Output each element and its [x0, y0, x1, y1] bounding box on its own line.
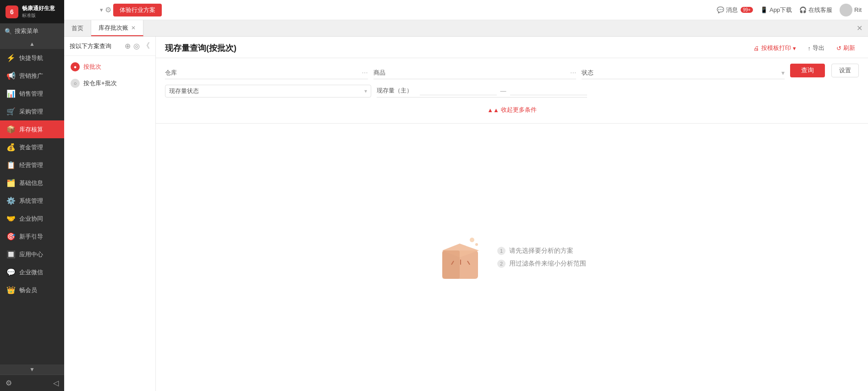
- scheme-collapse-icon[interactable]: 《: [143, 41, 150, 51]
- new-guide-icon: 🎯: [6, 232, 16, 241]
- sidebar-item-purchase[interactable]: 🛒 采购管理: [0, 103, 64, 120]
- content-area: 按以下方案查询 ⊕ ◎ 《 ● 按批次 ○ 按: [64, 37, 868, 391]
- messages-button[interactable]: 💬 消息 99+: [717, 6, 753, 14]
- sidebar-item-app-center[interactable]: 🔲 应用中心: [0, 245, 64, 263]
- sidebar-item-sales[interactable]: 📊 销售管理: [0, 85, 64, 103]
- sidebar-item-label: 资金管理: [19, 143, 43, 152]
- breadcrumb-chevron-icon[interactable]: ▾: [100, 6, 103, 13]
- scheme-list: ● 按批次 ○ 按仓库+批次: [64, 56, 155, 94]
- tab-inventory-batch-label: 库存批次账: [99, 24, 128, 32]
- sidebar-item-label: 系统管理: [19, 197, 43, 205]
- sidebar-item-label: 畅会员: [19, 286, 37, 294]
- warehouse-input[interactable]: [187, 70, 360, 76]
- export-button[interactable]: ↑ 导出: [804, 42, 829, 54]
- collapse-more-button[interactable]: ▲▲ 收起更多条件: [165, 102, 859, 118]
- inventory-qty-max-input[interactable]: [510, 86, 587, 95]
- tabbar: 首页 库存批次账 ✕ ✕: [64, 20, 868, 37]
- empty-svg: [438, 234, 483, 285]
- headset-icon: 🎧: [799, 6, 807, 13]
- sidebar-item-operations[interactable]: 📋 经营管理: [0, 156, 64, 174]
- marketing-icon: 📢: [6, 71, 16, 80]
- product-dots[interactable]: ···: [570, 69, 576, 77]
- sidebar-logo: 6: [5, 5, 18, 18]
- add-scheme-icon[interactable]: ⊕: [125, 42, 131, 50]
- enterprise-collab-icon: 🤝: [6, 214, 16, 223]
- main-area: ▾ ⚙ 体验行业方案 💬 消息 99+ 📱 App下载 🎧 在线客服 Rit: [64, 0, 868, 391]
- sidebar-item-finance[interactable]: 💰 资金管理: [0, 138, 64, 156]
- tab-inventory-batch[interactable]: 库存批次账 ✕: [91, 20, 143, 36]
- sidebar-item-enterprise-wechat[interactable]: 💬 企业微信: [0, 263, 64, 281]
- sidebar-item-label: 企业协同: [19, 215, 43, 223]
- enterprise-wechat-icon: 💬: [6, 268, 16, 277]
- inventory-status-filter[interactable]: 现存量状态 ▾: [165, 85, 371, 98]
- print-btn-label: 按模板打印: [761, 44, 791, 52]
- scheme-settings-icon[interactable]: ◎: [133, 42, 140, 50]
- empty-text-area: 1 请先选择要分析的方案 2 用过滤条件来缩小分析范围: [497, 247, 586, 268]
- scheme-panel-header: 按以下方案查询 ⊕ ◎ 《: [64, 37, 155, 56]
- filter-area: 仓库 ··· 商品 ···: [156, 58, 868, 124]
- sidebar-item-member[interactable]: 👑 畅会员: [0, 281, 64, 299]
- sidebar-item-quick-nav[interactable]: ⚡ 快捷导航: [0, 49, 64, 67]
- sidebar: 6 畅康通好生意 标准版 🔍 搜索菜单 ▲ ⚡ 快捷导航 📢 营销推广 📊 销售…: [0, 0, 64, 391]
- inventory-status-arrow-icon: ▾: [364, 88, 367, 94]
- tabbar-close-all-button[interactable]: ✕: [851, 24, 868, 33]
- status-dropdown-icon[interactable]: ▾: [781, 69, 785, 76]
- sidebar-search[interactable]: 🔍 搜索菜单: [0, 23, 64, 39]
- member-icon: 👑: [6, 286, 16, 294]
- basic-icon: 🗂️: [6, 179, 16, 187]
- sidebar-item-new-guide[interactable]: 🎯 新手引导: [0, 228, 64, 245]
- topbar-settings-icon[interactable]: ⚙: [105, 5, 111, 14]
- empty-hint-1-text: 请先选择要分析的方案: [509, 247, 573, 255]
- sidebar-item-marketing[interactable]: 📢 营销推广: [0, 67, 64, 85]
- sidebar-item-basic[interactable]: 🗂️ 基础信息: [0, 174, 64, 192]
- sidebar-company: 畅康通好生意: [22, 5, 55, 12]
- app-download-button[interactable]: 📱 App下载: [760, 6, 792, 14]
- quick-nav-icon: ⚡: [6, 54, 16, 62]
- phone-icon: 📱: [760, 6, 768, 13]
- sidebar-scroll-up[interactable]: ▲: [0, 39, 64, 49]
- sidebar-scroll-down[interactable]: ▼: [0, 364, 64, 375]
- tab-home-label: 首页: [71, 24, 83, 33]
- warehouse-filter-field: 仓库 ···: [165, 69, 368, 79]
- tab-home[interactable]: 首页: [64, 20, 91, 36]
- svg-rect-2: [442, 250, 460, 279]
- empty-hint-2: 2 用过滤条件来缩小分析范围: [497, 260, 586, 268]
- status-input[interactable]: [604, 70, 780, 76]
- page-header-actions: 🖨 按模板打印 ▾ ↑ 导出 ↺ 刷新: [750, 42, 859, 54]
- tab-close-icon[interactable]: ✕: [131, 25, 136, 31]
- sidebar-item-enterprise-collab[interactable]: 🤝 企业协同: [0, 210, 64, 228]
- warehouse-dots[interactable]: ···: [362, 69, 368, 77]
- breadcrumb-input[interactable]: [71, 5, 98, 15]
- user-name-label: Rit: [854, 6, 862, 13]
- empty-state: 1 请先选择要分析的方案 2 用过滤条件来缩小分析范围: [156, 124, 868, 391]
- finance-icon: 💰: [6, 143, 16, 152]
- sidebar-title-group: 畅康通好生意 标准版: [22, 5, 55, 19]
- print-icon: 🖨: [753, 45, 759, 52]
- user-avatar-button[interactable]: Rit: [840, 4, 862, 16]
- collapse-up-icon: ▲▲: [487, 107, 499, 114]
- settings-button[interactable]: 设置: [831, 64, 859, 77]
- product-input[interactable]: [396, 70, 568, 76]
- sidebar-settings-icon[interactable]: ⚙: [5, 379, 12, 387]
- trial-industry-button[interactable]: 体验行业方案: [113, 4, 162, 16]
- sidebar-search-label: 搜索菜单: [15, 27, 38, 35]
- sidebar-item-inventory[interactable]: 📦 库存核算: [0, 120, 64, 138]
- online-service-button[interactable]: 🎧 在线客服: [799, 6, 832, 14]
- print-dropdown-icon[interactable]: ▾: [793, 45, 796, 52]
- messages-badge: 99+: [741, 7, 753, 13]
- refresh-button[interactable]: ↺ 刷新: [833, 42, 859, 54]
- inventory-qty-min-input[interactable]: [420, 86, 497, 95]
- sidebar-footer: ⚙ ◁: [0, 375, 64, 391]
- refresh-icon: ↺: [836, 45, 841, 52]
- scheme-item-warehouse-batch[interactable]: ○ 按仓库+批次: [64, 75, 155, 92]
- topbar-right: 💬 消息 99+ 📱 App下载 🎧 在线客服 Rit: [717, 4, 862, 16]
- print-template-button[interactable]: 🖨 按模板打印 ▾: [750, 42, 800, 54]
- scheme-item-batch[interactable]: ● 按批次: [64, 59, 155, 75]
- sidebar-item-system[interactable]: ⚙️ 系统管理: [0, 192, 64, 210]
- status-label: 状态: [582, 69, 600, 77]
- inventory-qty-label: 现存量（主）: [377, 87, 412, 95]
- empty-illustration: [438, 234, 483, 280]
- sidebar-collapse-icon[interactable]: ◁: [53, 379, 59, 387]
- status-filter-field: 状态 ▾: [582, 69, 785, 79]
- query-button[interactable]: 查询: [790, 64, 825, 77]
